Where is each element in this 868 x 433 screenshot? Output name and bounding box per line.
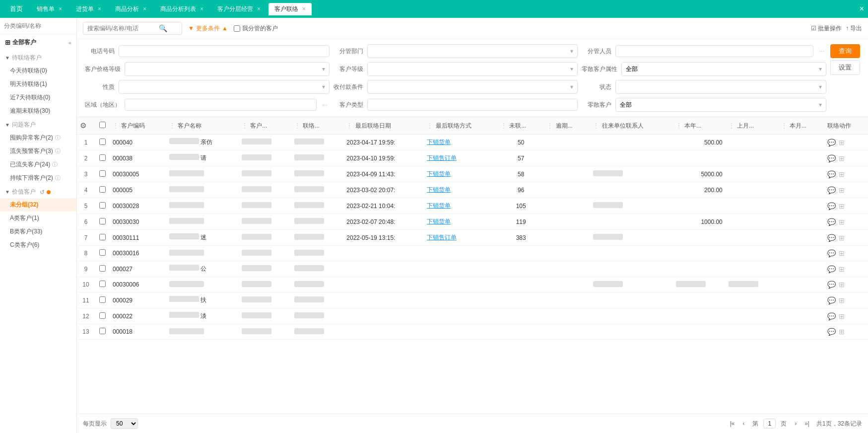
grid-action-icon[interactable]: ⊞ — [839, 249, 845, 257]
sidebar-item-tomorrow[interactable]: 明天待联络(1) — [0, 77, 76, 91]
payment-select[interactable]: ▾ — [367, 80, 578, 94]
export-btn[interactable]: ↑ 导出 — [846, 24, 862, 33]
table-row: 9000027 公 💬 ⊞ — [77, 261, 868, 277]
dept-select[interactable]: ▾ — [367, 44, 578, 58]
sidebar-item-declining[interactable]: 持续下滑客户(2) ⓘ — [0, 171, 76, 185]
retail-attr-select[interactable]: 全部 ▾ — [621, 62, 826, 76]
grid-action-icon[interactable]: ⊞ — [839, 186, 845, 194]
message-icon[interactable]: 💬 — [827, 139, 836, 146]
filter-nature: 性质 ▾ — [85, 80, 330, 94]
nature-select[interactable]: ▾ — [119, 80, 330, 94]
grid-action-icon[interactable]: ⊞ — [839, 170, 845, 178]
content-area: 🔍 ▼ 更多条件 ▲ 我分管的客户 ☑ 批量操作 ↑ 导出 — [77, 18, 868, 433]
filter-caret: ▲ — [222, 25, 228, 32]
close-customer-segment-tab[interactable]: × — [257, 5, 261, 12]
row-actions: 💬 ⊞ — [824, 324, 868, 340]
status-select[interactable]: ▾ — [615, 80, 826, 94]
gear-icon[interactable]: ⚙ — [80, 121, 86, 130]
message-icon[interactable]: 💬 — [827, 202, 836, 210]
close-analysis-tab[interactable]: × — [143, 5, 146, 12]
table-header-row: ⚙ ⋮ 客户编码 ⋮ 客户名称 — [77, 117, 868, 135]
manager-input[interactable] — [615, 45, 813, 57]
search-input[interactable] — [87, 25, 157, 32]
page-size-select[interactable]: 50 100 200 — [111, 418, 138, 429]
my-customer-check[interactable] — [234, 25, 240, 32]
last-page-btn[interactable]: »| — [801, 419, 812, 428]
first-page-btn[interactable]: |« — [727, 419, 738, 428]
price-grade-select[interactable]: ▾ — [125, 62, 330, 76]
next-page-btn[interactable]: › — [792, 419, 800, 428]
nav-tab-sales[interactable]: 销售单 × — [31, 3, 68, 15]
close-purchase-tab[interactable]: × — [98, 5, 101, 12]
sidebar-item-abnormal[interactable]: 囤购异常客户(2) ⓘ — [0, 131, 76, 144]
refresh-icon[interactable]: ↺ — [40, 189, 45, 196]
grid-action-icon[interactable]: ⊞ — [839, 139, 845, 146]
row-actions: 💬 ⊞ — [824, 135, 868, 150]
message-icon[interactable]: 💬 — [827, 234, 836, 242]
search-icon[interactable]: 🔍 — [159, 24, 167, 32]
manager-dots[interactable]: ··· — [817, 48, 826, 55]
prev-page-btn[interactable]: ‹ — [739, 419, 747, 428]
table-row: 800030016 💬 ⊞ — [77, 246, 868, 261]
table-row: 13000018 💬 ⊞ — [77, 324, 868, 340]
grid-action-icon[interactable]: ⊞ — [839, 202, 845, 210]
message-icon[interactable]: 💬 — [827, 265, 836, 273]
batch-op-btn[interactable]: ☑ 批量操作 — [811, 24, 842, 33]
retail-customer-select[interactable]: 全部 ▾ — [615, 98, 826, 112]
select-all-checkbox[interactable] — [99, 122, 106, 128]
region-input[interactable] — [125, 99, 317, 111]
message-icon[interactable]: 💬 — [827, 312, 836, 320]
close-customer-contact-tab[interactable]: × — [302, 5, 306, 12]
grid-action-icon[interactable]: ⊞ — [839, 281, 845, 289]
reset-btn[interactable]: 设置 — [830, 60, 860, 75]
sidebar-item-today[interactable]: 今天待联络(0) — [0, 64, 76, 77]
grid-action-icon[interactable]: ⊞ — [839, 154, 845, 162]
message-icon[interactable]: 💬 — [827, 281, 836, 289]
query-btn[interactable]: 查询 — [830, 44, 860, 58]
sidebar-item-c-class[interactable]: C类客户(6) — [0, 238, 76, 252]
grid-action-icon[interactable]: ⊞ — [839, 296, 845, 304]
my-customer-checkbox[interactable]: 我分管的客户 — [234, 24, 278, 33]
sidebar-all-customers[interactable]: ⊞ 全部客户 « — [0, 34, 76, 51]
sidebar-item-attrition-warning[interactable]: 流失预警客户(3) ⓘ — [0, 144, 76, 158]
nav-tab-customer-contact[interactable]: 客户联络 × — [268, 3, 312, 15]
customer-grade-select[interactable]: ▾ — [367, 62, 578, 76]
sidebar-item-7days[interactable]: 近7天待联络(0) — [0, 91, 76, 104]
sidebar-search-input[interactable] — [4, 22, 77, 29]
row-actions: 💬 ⊞ — [824, 166, 868, 182]
region-dots[interactable]: ··· — [321, 101, 330, 108]
nav-tab-customer-segment[interactable]: 客户分层经营 × — [211, 3, 267, 15]
close-analysis-list-tab[interactable]: × — [200, 5, 203, 12]
message-icon[interactable]: 💬 — [827, 186, 836, 194]
phone-input[interactable] — [119, 45, 330, 57]
nav-tab-analysis-list[interactable]: 商品分析列表 × — [154, 3, 209, 15]
nav-tab-analysis[interactable]: 商品分析 × — [109, 3, 152, 15]
more-filter-btn[interactable]: ▼ 更多条件 ▲ — [188, 24, 228, 33]
sidebar-item-lost[interactable]: 已流失客户(24) ⓘ — [0, 158, 76, 171]
sidebar-item-a-class[interactable]: A类客户(1) — [0, 212, 76, 225]
message-icon[interactable]: 💬 — [827, 218, 836, 226]
message-icon[interactable]: 💬 — [827, 296, 836, 304]
table-row: 12000022 淡 💬 ⊞ — [77, 308, 868, 324]
close-sales-tab[interactable]: × — [59, 5, 62, 12]
close-all-tabs[interactable]: × — [860, 4, 864, 13]
grid-action-icon[interactable]: ⊞ — [839, 312, 845, 320]
message-icon[interactable]: 💬 — [827, 170, 836, 178]
grid-action-icon[interactable]: ⊞ — [839, 328, 845, 336]
sidebar-item-overdue[interactable]: 逾期未联络(30) — [0, 104, 76, 118]
message-icon[interactable]: 💬 — [827, 249, 836, 257]
collapse-icon[interactable]: « — [68, 40, 71, 46]
sidebar-item-ungrouped[interactable]: 未分组(32) — [0, 198, 76, 212]
sidebar-item-b-class[interactable]: B类客户(33) — [0, 225, 76, 238]
customer-type-input[interactable] — [367, 99, 578, 111]
info-icon2: ⓘ — [55, 147, 61, 155]
grid-action-icon[interactable]: ⊞ — [839, 234, 845, 242]
message-icon[interactable]: 💬 — [827, 154, 836, 162]
grid-action-icon[interactable]: ⊞ — [839, 218, 845, 226]
message-icon[interactable]: 💬 — [827, 328, 836, 336]
advanced-filter-panel: 电话号码 分管部门 ▾ 分管人员 — [77, 39, 868, 117]
grid-action-icon[interactable]: ⊞ — [839, 265, 845, 273]
nav-tab-purchase[interactable]: 进货单 × — [70, 3, 107, 15]
nav-home[interactable]: 首页 — [4, 2, 29, 15]
current-page[interactable]: 1 — [763, 419, 776, 429]
